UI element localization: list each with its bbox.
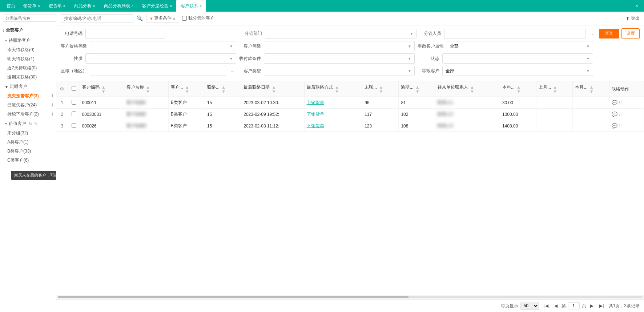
page-number-input[interactable] — [568, 302, 580, 309]
action-chat-icon-0[interactable]: 💬 — [612, 100, 617, 105]
row-checkbox-2[interactable] — [72, 123, 76, 128]
more-conditions-button[interactable]: ▼ 更多条件 ▲ — [146, 14, 179, 23]
th-overdue[interactable]: 逾期... ▲▼ — [399, 81, 435, 97]
contact-count-sort[interactable]: ▲▼ — [221, 85, 226, 94]
sidebar-item-7days-contact[interactable]: 近7天待联络(0) — [0, 64, 56, 73]
my-customers-checkbox-area[interactable]: 我分管的客户 — [182, 15, 214, 21]
customer-type-sort[interactable]: ▲▼ — [185, 85, 189, 94]
sidebar-item-class-c[interactable]: C类客户(6) — [0, 156, 56, 165]
customer-type-select[interactable]: ▼ — [264, 66, 415, 76]
sidebar-item-tomorrow-contact[interactable]: 明天待联络(1) — [0, 54, 56, 64]
nature-select[interactable]: ▼ — [85, 53, 236, 64]
sidebar-pending-contact-header[interactable]: ▼ 待联络客户 — [0, 36, 56, 45]
value-refresh-icon[interactable]: ↻ — [29, 121, 32, 126]
prev-page-button[interactable]: ◀ — [552, 303, 559, 309]
contact-person-sort[interactable]: ▲▼ — [470, 85, 474, 94]
row-checkbox-cell-1[interactable] — [68, 109, 80, 120]
settings-gear-icon[interactable]: ⚙ — [60, 86, 64, 92]
th-last-month[interactable]: 上月... ▲▼ — [536, 81, 573, 97]
last-contact-date-sort[interactable]: ▲▼ — [272, 85, 276, 94]
th-this-year[interactable]: 本年... ▲▼ — [500, 81, 536, 97]
th-checkbox[interactable] — [68, 81, 80, 97]
th-this-month[interactable]: 本月... ▲▼ — [573, 81, 609, 97]
page-size-select[interactable]: 50 100 200 — [520, 302, 539, 310]
overdue-sort[interactable]: ▲▼ — [415, 85, 420, 94]
tab-goods-list-close[interactable]: × — [132, 4, 134, 8]
zero-attr-select[interactable]: 全部 ▼ — [447, 41, 593, 51]
dept-select[interactable]: ▼ — [265, 29, 417, 39]
settings-button[interactable]: 设置 — [621, 28, 640, 39]
tab-goods-analysis[interactable]: 商品分析 × — [70, 0, 100, 12]
my-customers-checkbox[interactable] — [182, 16, 187, 21]
tab-sales-close[interactable]: × — [38, 4, 40, 8]
sidebar-item-churn-warning[interactable]: 流失预警客户(3) ℹ — [0, 92, 56, 101]
th-last-contact-date[interactable]: 最后联络日期 ▲▼ — [241, 81, 304, 97]
query-button[interactable]: 查询 — [599, 29, 619, 39]
last-contact-method-sort[interactable]: ▲▼ — [335, 85, 339, 94]
row-checkbox-0[interactable] — [72, 100, 76, 105]
phone-input[interactable] — [85, 29, 165, 39]
person-more-dots[interactable]: ··· — [589, 31, 596, 37]
tab-goods-list[interactable]: 商品分析列表 × — [100, 0, 138, 12]
sidebar-item-class-b[interactable]: B类客户(33) — [0, 147, 56, 156]
uncontacted-sort[interactable]: ▲▼ — [379, 85, 383, 94]
horizontal-scrollbar[interactable] — [56, 295, 644, 299]
customer-code-sort[interactable]: ▲▼ — [101, 85, 106, 94]
select-all-checkbox[interactable] — [72, 86, 76, 91]
home-tab[interactable]: 首页 — [3, 3, 19, 9]
sidebar-dormant-header[interactable]: ▼ 沉睡客户 — [0, 82, 56, 92]
customer-name-sort[interactable]: ▲▼ — [146, 85, 150, 94]
th-contact-count[interactable]: 联络... ▲▼ — [205, 81, 241, 97]
th-last-contact-method[interactable]: 最后联络方式 ▲▼ — [304, 81, 362, 97]
action-chat-icon-1[interactable]: 💬 — [612, 112, 617, 117]
sidebar-item-today-contact[interactable]: 今天待联络(0) — [0, 45, 56, 54]
row-last-method-0[interactable]: 下销货单 — [304, 97, 362, 109]
next-page-button[interactable]: ▶ — [588, 303, 595, 309]
th-uncontacted[interactable]: 未联... ▲▼ — [362, 81, 399, 97]
window-close-button[interactable]: × — [632, 3, 641, 9]
sidebar-search-input[interactable] — [3, 15, 56, 22]
status-select[interactable]: ▼ — [442, 53, 593, 64]
sidebar-all-customers-header[interactable]: ⁝ 全部客户 — [0, 25, 56, 36]
last-month-sort[interactable]: ▲▼ — [553, 85, 558, 94]
search-input[interactable] — [61, 14, 133, 23]
action-more-icon-2[interactable]: ⁝⁝ — [619, 123, 622, 129]
action-more-icon-1[interactable]: ⁝⁝ — [619, 112, 622, 117]
scrollbar-thumb[interactable] — [58, 296, 408, 298]
row-checkbox-cell-0[interactable] — [68, 97, 80, 109]
action-more-icon-0[interactable]: ⁝⁝ — [619, 100, 622, 105]
tab-sales[interactable]: 销货单 × — [19, 0, 44, 12]
th-contact-person[interactable]: 往来单位联系人 ▲▼ — [435, 81, 500, 97]
sidebar-item-ungrouped[interactable]: 未分组(32) — [0, 129, 56, 138]
region-more-dots[interactable]: ··· — [229, 68, 236, 74]
this-month-sort[interactable]: ▲▼ — [589, 85, 594, 94]
sidebar-item-overdue-contact[interactable]: 逾期未联络(30) — [0, 73, 56, 82]
export-button[interactable]: ⬆ 导出 — [626, 15, 640, 21]
tab-purchase[interactable]: 进货单 × — [44, 0, 70, 12]
th-customer-code[interactable]: 客户编码 ▲▼ — [80, 81, 124, 97]
tab-customer-contact[interactable]: 客户联系 × — [176, 0, 206, 12]
this-year-sort[interactable]: ▲▼ — [516, 85, 521, 94]
payment-select[interactable]: ▼ — [264, 53, 415, 64]
tab-purchase-close[interactable]: × — [63, 4, 65, 8]
row-checkbox-1[interactable] — [72, 112, 76, 116]
th-customer-name[interactable]: 客户名称 ▲▼ — [124, 81, 168, 97]
search-button[interactable]: 🔍 — [136, 15, 143, 22]
last-page-button[interactable]: ▶∣ — [597, 303, 607, 309]
region-select[interactable] — [90, 66, 226, 76]
row-last-method-1[interactable]: 下销货单 — [304, 109, 362, 120]
price-level-select[interactable]: ▼ — [90, 41, 236, 51]
sidebar-item-churned[interactable]: 已流失客户(24) ℹ — [0, 101, 56, 110]
sidebar-item-declining[interactable]: 持续下滑客户(2) ℹ — [0, 110, 56, 119]
value-edit-icon[interactable]: ✎ — [34, 121, 38, 126]
person-select[interactable] — [444, 29, 586, 39]
tab-customer-segment[interactable]: 客户分层经营 × — [138, 0, 176, 12]
row-checkbox-cell-2[interactable] — [68, 120, 80, 132]
zero-customer-select[interactable]: 全部 ▼ — [442, 66, 593, 76]
th-settings[interactable]: ⚙ — [56, 81, 68, 97]
level-select[interactable]: ▼ — [264, 41, 415, 51]
first-page-button[interactable]: ∣◀ — [541, 303, 550, 309]
scrollbar-track[interactable] — [58, 296, 643, 298]
sidebar-value-header[interactable]: ▼ 价值客户 ↻ ✎ — [0, 119, 56, 129]
th-customer-type[interactable]: 客户... ▲▼ — [168, 81, 205, 97]
